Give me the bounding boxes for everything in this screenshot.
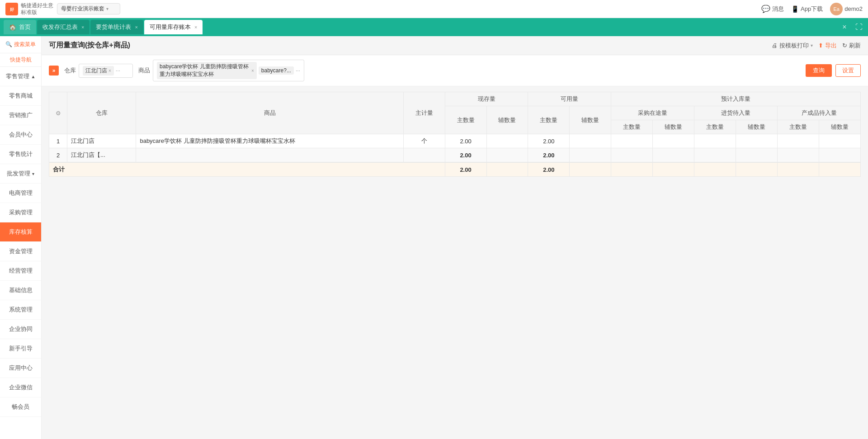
setting-btn[interactable]: 设置	[835, 64, 861, 77]
message-icon: 💬	[761, 5, 770, 13]
sidebar-item-member-center[interactable]: 会员中心	[0, 125, 41, 145]
row-2-purchase-transit-aux	[653, 148, 694, 163]
tab-available-stock[interactable]: 可用量库存账本 ×	[144, 20, 203, 34]
filter-expand-btn[interactable]: »	[49, 66, 59, 76]
row-1-avail-main: 2.00	[528, 134, 570, 148]
totals-finished-pending-aux	[819, 162, 861, 177]
main-layout: 🔍 搜索菜单 快捷导航 零售管理 ▲ 零售商城 营销推广 会员中心 零售统计 批…	[0, 36, 868, 439]
product-input[interactable]: babycare学饮杯 儿童防摔防撞吸管杯重力球吸嘴杯宝宝水杯 × babyca…	[153, 60, 304, 81]
sidebar-item-enterprise-wechat[interactable]: 企业微信	[0, 378, 41, 397]
row-2-inbound-pending-main	[694, 148, 736, 163]
sidebar-item-purchase-mgmt[interactable]: 采购管理	[0, 203, 41, 222]
avail-main-qty-header: 主数量	[528, 106, 570, 134]
nav-tabs-controls: × ⛶	[839, 22, 864, 33]
table-scroll-wrapper: ⚙ 仓库 商品 主计量 现存量 可用量 预计入库量 主数量 辅数量	[49, 92, 861, 177]
content-header: 可用量查询(按仓库+商品) 🖨 按模板打印 ▾ ⬆ 导出 ↻ 刷新	[42, 36, 868, 55]
close-all-tabs-btn[interactable]: ×	[839, 22, 850, 33]
svg-text:好: 好	[9, 7, 14, 12]
sidebar: 🔍 搜索菜单 快捷导航 零售管理 ▲ 零售商城 营销推广 会员中心 零售统计 批…	[0, 36, 42, 439]
tab-receipts[interactable]: 收发存汇总表 ×	[37, 20, 90, 34]
row-2-main-unit	[403, 148, 445, 163]
row-1-purchase-transit-aux	[653, 134, 694, 148]
warehouse-tag-remove[interactable]: ×	[108, 68, 111, 73]
refresh-btn[interactable]: ↻ 刷新	[842, 42, 861, 50]
row-1-inbound-pending-aux	[736, 134, 778, 148]
sidebar-item-ecommerce-mgmt[interactable]: 电商管理	[0, 184, 41, 203]
row-1-no: 1	[49, 134, 67, 148]
settings-header: ⚙	[49, 92, 67, 134]
nav-tabs: 🏠 首页 收发存汇总表 × 要货单统计表 × 可用量库存账本 × × ⛶	[0, 18, 868, 36]
sidebar-item-inventory-check[interactable]: 库存核算	[0, 222, 41, 242]
logo-icon: 好	[5, 3, 18, 15]
gear-icon[interactable]: ⚙	[56, 110, 61, 117]
warehouse-filter-group: 仓库 江北门店 × ···	[64, 64, 133, 78]
sidebar-item-system-mgmt[interactable]: 系统管理	[0, 300, 41, 320]
product-header: 商品	[136, 92, 403, 134]
row-2-finished-pending-aux	[819, 148, 861, 163]
sidebar-item-member-plus[interactable]: 畅会员	[0, 397, 41, 417]
chevron-icon: ▲	[31, 74, 36, 79]
inbound-pending-header: 进货待入量	[694, 106, 778, 120]
sidebar-item-operations-mgmt[interactable]: 经营管理	[0, 261, 41, 281]
store-selector[interactable]: 母婴行业演示账套 ▾	[57, 3, 120, 14]
sidebar-item-marketing[interactable]: 营销推广	[0, 106, 41, 125]
sidebar-quick-nav[interactable]: 快捷导航	[0, 53, 41, 67]
content: 可用量查询(按仓库+商品) 🖨 按模板打印 ▾ ⬆ 导出 ↻ 刷新 »	[42, 36, 868, 439]
planned-inbound-header: 预计入库量	[611, 92, 861, 106]
warehouse-more-btn[interactable]: ···	[116, 67, 120, 74]
sidebar-item-finance-mgmt[interactable]: 资金管理	[0, 242, 41, 261]
export-btn[interactable]: ⬆ 导出	[818, 42, 837, 50]
sidebar-item-new-guide[interactable]: 新手引导	[0, 339, 41, 359]
fullscreen-btn[interactable]: ⛶	[854, 22, 864, 33]
tab-receipts-close[interactable]: ×	[81, 24, 84, 30]
tab-available-stock-close[interactable]: ×	[194, 24, 197, 30]
product-tag-1-remove[interactable]: ×	[251, 68, 254, 73]
template-print-btn[interactable]: 🖨 按模板打印 ▾	[772, 42, 813, 50]
tab-home[interactable]: 🏠 首页	[4, 20, 36, 34]
purchase-transit-main-header: 主数量	[611, 120, 653, 134]
logo-area: 好 畅捷通好生意 标准版	[5, 2, 53, 15]
app-download-btn[interactable]: 📱 App下载	[791, 5, 823, 13]
purchase-transit-aux-header: 辅数量	[653, 120, 694, 134]
export-icon: ⬆	[818, 42, 823, 49]
row-2-purchase-transit-main	[611, 148, 653, 163]
refresh-icon: ↻	[842, 42, 847, 49]
totals-label: 合计	[49, 162, 445, 177]
current-stock-header: 现存量	[445, 92, 528, 106]
product-more-btn[interactable]: ···	[296, 67, 300, 74]
stock-aux-qty-header: 辅数量	[486, 106, 528, 134]
sidebar-item-retail-stats[interactable]: 零售统计	[0, 145, 41, 164]
inbound-pending-main-header: 主数量	[694, 120, 736, 134]
totals-inbound-pending-aux	[736, 162, 778, 177]
finished-pending-main-header: 主数量	[778, 120, 819, 134]
tab-purchase-stats[interactable]: 要货单统计表 ×	[90, 20, 143, 34]
row-1-stock-main: 2.00	[445, 134, 486, 148]
sidebar-item-basic-info[interactable]: 基础信息	[0, 281, 41, 300]
product-tag-1: babycare学饮杯 儿童防摔防撞吸管杯重力球吸嘴杯宝宝水杯 ×	[157, 62, 257, 79]
query-btn[interactable]: 查询	[806, 64, 832, 77]
table-row: 2 江北门店【... 2.00 2.00	[49, 148, 861, 163]
tab-purchase-stats-close[interactable]: ×	[135, 24, 137, 30]
phone-icon: 📱	[791, 5, 799, 13]
sidebar-item-wholesale-mgmt[interactable]: 批发管理 ▾	[0, 164, 41, 184]
sidebar-item-retail-mgmt[interactable]: 零售管理 ▲	[0, 67, 41, 86]
purchase-transit-header: 采购在途量	[611, 106, 694, 120]
chevron-down-icon: ▾	[106, 6, 108, 11]
row-1-product: babycare学饮杯 儿童防摔防撞吸管杯重力球吸嘴杯宝宝水杯	[136, 134, 403, 148]
product-filter-group: 商品 babycare学饮杯 儿童防摔防撞吸管杯重力球吸嘴杯宝宝水杯 × bab…	[138, 60, 304, 81]
top-bar-right: 💬 消息 📱 App下载 Ea demo2	[761, 3, 863, 15]
user-profile[interactable]: Ea demo2	[830, 3, 863, 15]
sidebar-item-enterprise-collab[interactable]: 企业协同	[0, 320, 41, 339]
totals-avail-aux	[570, 162, 611, 177]
warehouse-input[interactable]: 江北门店 × ···	[79, 64, 133, 78]
filter-actions: 查询 设置	[806, 64, 861, 77]
sidebar-item-retail-mall[interactable]: 零售商城	[0, 86, 41, 106]
row-2-product	[136, 148, 403, 163]
row-1-finished-pending-main	[778, 134, 819, 148]
filter-bar: » 仓库 江北门店 × ··· 商品 babycare学饮杯 儿童防摔防撞吸管杯…	[42, 55, 868, 86]
sidebar-search[interactable]: 🔍 搜索菜单	[0, 36, 41, 53]
message-btn[interactable]: 💬 消息	[761, 5, 784, 13]
avatar: Ea	[830, 3, 843, 15]
sidebar-item-app-center[interactable]: 应用中心	[0, 359, 41, 378]
warehouse-tag: 江北门店 ×	[83, 66, 114, 76]
